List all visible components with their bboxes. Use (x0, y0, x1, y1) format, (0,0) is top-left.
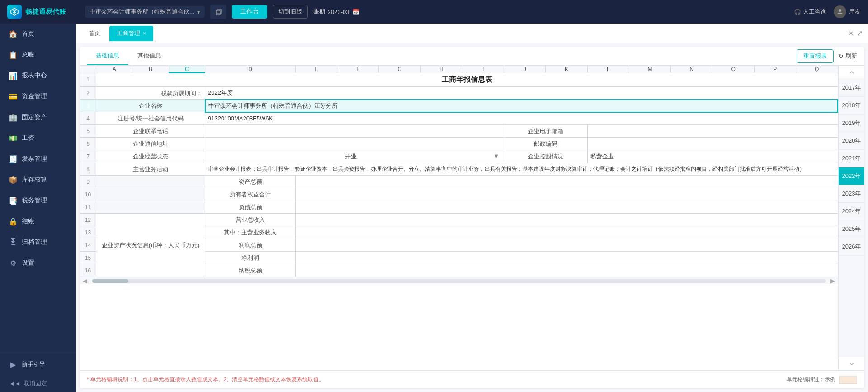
cell-2-label: 税款所属期间： (96, 87, 205, 100)
sidebar-item-newbie[interactable]: ▶ 新手引导 (0, 354, 76, 375)
tab-commerce[interactable]: 工商管理 × (109, 26, 153, 41)
col-header-q[interactable]: Q (796, 66, 838, 73)
sidebar-item-report[interactable]: 📊 报表中心 (0, 65, 76, 86)
year-2026[interactable]: 2026年 (839, 238, 864, 256)
company-selector[interactable]: 中审众环会计师事务所（特殊普通合伙... ▾ (85, 6, 205, 18)
cell-10-value[interactable] (295, 188, 838, 201)
hscroll-right-arrow[interactable]: ▶ (827, 277, 838, 284)
col-header-g[interactable]: G (379, 66, 420, 73)
tax-icon: 📑 (9, 196, 17, 205)
cell-4-value[interactable]: 91320100MA208E5W6K (205, 112, 838, 125)
refresh-button[interactable]: ↻ 刷新 (838, 52, 857, 60)
col-header-c[interactable]: C (169, 66, 205, 73)
sidebar-item-invoice[interactable]: 🧾 发票管理 (0, 148, 76, 169)
year-2024[interactable]: 2024年 (839, 203, 864, 220)
cell-7-control-label: 企业控股情况 (504, 150, 588, 163)
service-button[interactable]: 🎧 人工咨询 (794, 8, 826, 16)
year-2021[interactable]: 2021年 (839, 150, 864, 167)
subtab-bar: 基础信息 其他信息 重置报表 ↻ 刷新 (80, 47, 864, 66)
cell-4-label: 注册号/统一社会信用代码 (96, 112, 205, 125)
cell-3-value[interactable]: 中审众环会计师事务所（特殊普通合伙）江苏分所 (205, 100, 838, 112)
year-2019[interactable]: 2019年 (839, 115, 864, 132)
year-2023[interactable]: 2023年 (839, 185, 864, 203)
cell-5-email[interactable] (587, 125, 838, 138)
col-header-e[interactable]: E (295, 66, 337, 73)
sidebar-item-salary[interactable]: 💵 工资 (0, 128, 76, 148)
cell-7-control[interactable]: 私营企业 (587, 150, 838, 163)
sidebar-item-fund[interactable]: 💳 资金管理 (0, 86, 76, 107)
col-header-a[interactable]: A (96, 66, 132, 73)
cell-6-addr[interactable] (205, 138, 504, 150)
year-2020[interactable]: 2020年 (839, 132, 864, 150)
hscroll-track[interactable] (92, 279, 826, 283)
year-2025[interactable]: 2025年 (839, 220, 864, 238)
reset-button[interactable]: 重置报表 (797, 49, 834, 63)
year-2018[interactable]: 2018年 (839, 97, 864, 115)
cell-15-label: 净利润 (205, 252, 296, 264)
col-header-f[interactable]: F (337, 66, 379, 73)
cell-12-value[interactable] (295, 214, 838, 226)
subtab-basic[interactable]: 基础信息 (87, 47, 128, 65)
cell-11-label: 负债总额 (205, 201, 296, 214)
cell-2-value[interactable]: 2022年度 (205, 87, 838, 100)
cell-13-value[interactable] (295, 226, 838, 239)
col-header-b[interactable]: B (132, 66, 169, 73)
sidebar-item-settings[interactable]: ⚙ 设置 (0, 253, 76, 273)
sidebar-item-ledger[interactable]: 📋 总账 (0, 44, 76, 65)
row-num-11: 11 (80, 201, 96, 214)
svg-point-2 (839, 9, 841, 12)
workbench-button[interactable]: 工作台 (232, 5, 267, 19)
table-row: 12 企业资产状况信息(币种：人民币万元) 营业总收入 (80, 214, 838, 226)
tab-commerce-label: 工商管理 (117, 29, 140, 38)
cell-6-zip[interactable] (587, 138, 838, 150)
copy-button[interactable] (210, 5, 226, 19)
year-nav-down-button[interactable] (839, 357, 865, 370)
col-header-o[interactable]: O (712, 66, 754, 73)
cell-15-value[interactable] (295, 252, 838, 264)
col-header-j[interactable]: J (504, 66, 546, 73)
sidebar-label-newbie: 新手引导 (22, 360, 45, 368)
cell-5-phone[interactable] (205, 125, 504, 138)
sidebar-item-archive[interactable]: 🗄 归档管理 (0, 232, 76, 253)
col-header-l[interactable]: L (587, 66, 629, 73)
salary-icon: 💵 (9, 134, 17, 142)
cell-7-status[interactable]: 开业▼ (205, 150, 504, 163)
col-header-i[interactable]: I (462, 66, 504, 73)
year-2022[interactable]: 2022年 (839, 167, 864, 185)
tabbar-expand-icon[interactable]: ⤢ (857, 29, 863, 38)
sidebar-item-close[interactable]: 🔒 结账 (0, 211, 76, 232)
year-2017[interactable]: 2017年 (839, 79, 864, 97)
hscroll-left-arrow[interactable]: ◀ (80, 277, 90, 284)
tabbar-close-icon[interactable]: × (849, 29, 853, 38)
sidebar-label-salary: 工资 (22, 134, 34, 142)
sidebar: 🏠 首页 📋 总账 📊 报表中心 💳 资金管理 🏢 固定资产 💵 工资 🧾 发票… (0, 24, 76, 392)
col-header-n[interactable]: N (671, 66, 712, 73)
col-header-k[interactable]: K (546, 66, 587, 73)
spreadsheet-main[interactable]: A B C D E F G H I J K L (80, 66, 838, 370)
cell-9-value[interactable] (295, 176, 838, 188)
cell-14-value[interactable] (295, 239, 838, 252)
col-header-d[interactable]: D (205, 66, 296, 73)
sidebar-item-tax[interactable]: 📑 税务管理 (0, 190, 76, 211)
hscroll-thumb[interactable] (92, 279, 128, 283)
sidebar-label-ledger: 总账 (22, 51, 34, 59)
col-header-h[interactable]: H (420, 66, 462, 73)
cell-8-value[interactable]: 审查企业会计报表；出具审计报告；验证企业资本；出具验资报告；办理企业合开、分立、… (205, 163, 838, 176)
oldversion-button[interactable]: 切到旧版 (273, 5, 308, 19)
horizontal-scrollbar[interactable]: ◀ ▶ (80, 277, 838, 284)
year-nav-up-button[interactable] (839, 66, 865, 79)
archive-icon: 🗄 (9, 238, 17, 246)
tab-close-icon[interactable]: × (143, 30, 146, 37)
sidebar-item-inventory[interactable]: 📦 库存核算 (0, 169, 76, 190)
cell-11-value[interactable] (295, 201, 838, 214)
unpin-button[interactable]: ◄◄ 取消固定 (0, 375, 76, 392)
sidebar-item-assets[interactable]: 🏢 固定资产 (0, 107, 76, 128)
calendar-icon[interactable]: 📅 (352, 9, 359, 15)
user-menu[interactable]: 用友 (834, 5, 861, 18)
tab-home[interactable]: 首页 (81, 26, 108, 41)
sidebar-item-home[interactable]: 🏠 首页 (0, 24, 76, 44)
col-header-m[interactable]: M (629, 66, 670, 73)
cell-16-value[interactable] (295, 264, 838, 277)
subtab-other[interactable]: 其他信息 (128, 47, 170, 65)
col-header-p[interactable]: P (754, 66, 796, 73)
